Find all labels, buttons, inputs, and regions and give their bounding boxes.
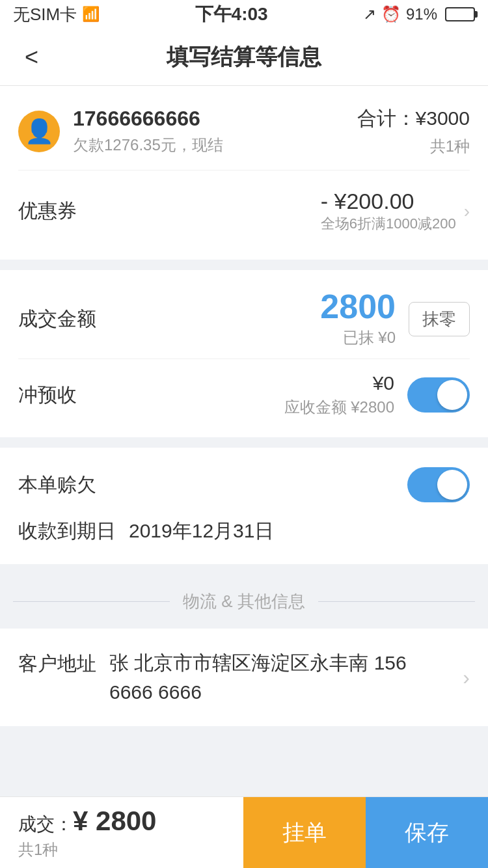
address-label: 客户地址 [18,648,96,677]
customer-left: 👤 17666666666 欠款1276.35元，现结 [18,107,223,156]
credit-toggle-knob [437,470,467,500]
prereceive-right: ¥0 应收金额 ¥2800 [284,372,470,418]
total-amount: ¥3000 [416,107,470,129]
divider [18,359,470,359]
coupon-row[interactable]: 优惠券 - ¥200.00 全场6折满1000减200 › [18,170,470,240]
battery-percentage: 91% [406,5,437,23]
save-button[interactable]: 保存 [366,797,488,869]
coupon-chevron-icon: › [464,201,470,222]
deal-total: ¥ 2800 [73,806,156,836]
deal-amount-label: 成交金额 [18,306,96,332]
customer-total: 合计：¥3000 [357,105,470,132]
coupon-right: - ¥200.00 全场6折满1000减200 › [321,189,470,234]
deal-amount-value: 2800 [320,288,396,325]
prereceive-sub: 应收金额 ¥2800 [284,397,394,418]
address-row: 客户地址 张 北京市市辖区海淀区永丰南 156 6666 6666 › [18,648,470,707]
battery-icon [445,7,475,21]
due-date-label: 收款到期日 [18,518,116,545]
page-title: 填写结算等信息 [167,42,321,72]
credit-row: 本单赊欠 [18,467,470,502]
wifi-icon: 📶 [82,6,100,23]
customer-count: 共1种 [357,136,470,157]
credit-label: 本单赊欠 [18,472,96,498]
due-date-row: 收款到期日 2019年12月31日 [18,518,470,545]
address-chevron-icon: › [463,666,470,690]
bottom-count: 共1种 [18,839,225,860]
amount-card: 成交金额 2800 已抹 ¥0 抹零 冲预收 ¥0 应收金额 ¥2800 [0,270,488,437]
prereceive-info: ¥0 应收金额 ¥2800 [284,372,394,418]
coupon-label: 优惠券 [18,198,77,224]
nav-bar: < 填写结算等信息 [0,29,488,86]
logistics-line-right [318,601,475,602]
bottom-deal-label: 成交：¥ 2800 [18,806,225,837]
content-area: 👤 17666666666 欠款1276.35元，现结 合计：¥3000 共1种… [0,86,488,868]
status-bar: 无SIM卡 📶 下午4:03 ↗ ⏰ 91% [0,0,488,29]
customer-row: 👤 17666666666 欠款1276.35元，现结 合计：¥3000 共1种 [18,105,470,157]
deal-value-container: 2800 已抹 ¥0 [320,290,396,348]
avatar: 👤 [18,111,60,152]
bottom-info: 成交：¥ 2800 共1种 [0,806,243,860]
carrier-text: 无SIM卡 [13,3,77,26]
customer-card: 👤 17666666666 欠款1276.35元，现结 合计：¥3000 共1种… [0,86,488,260]
customer-info: 17666666666 欠款1276.35元，现结 [73,107,223,156]
deal-amount-sub: 已抹 ¥0 [320,327,396,348]
toggle-knob [437,380,467,410]
customer-right: 合计：¥3000 共1种 [357,105,470,157]
prereceive-toggle[interactable] [407,377,470,413]
status-right: ↗ ⏰ 91% [363,5,475,23]
alarm-icon: ⏰ [381,5,401,23]
prereceive-amount: ¥0 [284,372,394,394]
logistics-text: 物流 & 其他信息 [183,590,305,613]
status-time: 下午4:03 [195,2,268,27]
coupon-detail: 全场6折满1000减200 [321,214,456,234]
logistics-divider: 物流 & 其他信息 [0,575,488,629]
status-left: 无SIM卡 📶 [13,3,100,26]
deal-amount-row: 成交金额 2800 已抹 ¥0 抹零 [18,290,470,348]
address-value: 张 北京市市辖区海淀区永丰南 156 6666 6666 [109,648,455,707]
bottom-bar: 成交：¥ 2800 共1种 挂单 保存 [0,796,488,868]
coupon-info: - ¥200.00 全场6折满1000减200 [321,189,456,234]
round-button[interactable]: 抹零 [409,302,470,336]
due-date-value: 2019年12月31日 [129,518,274,545]
deal-label: 成交： [18,814,73,834]
total-label: 合计： [357,107,416,129]
credit-card: 本单赊欠 收款到期日 2019年12月31日 [0,448,488,564]
credit-toggle[interactable] [407,467,470,502]
back-button[interactable]: < [18,37,45,77]
customer-phone: 17666666666 [73,107,223,131]
customer-sub: 欠款1276.35元，现结 [73,135,223,156]
avatar-person-icon: 👤 [25,118,54,145]
coupon-discount: - ¥200.00 [321,189,456,214]
prereceive-label: 冲预收 [18,382,77,409]
prereceive-row: 冲预收 ¥0 应收金额 ¥2800 [18,372,470,418]
address-card[interactable]: 客户地址 张 北京市市辖区海淀区永丰南 156 6666 6666 › [0,629,488,726]
deal-amount-right: 2800 已抹 ¥0 抹零 [320,290,470,348]
location-icon: ↗ [363,5,376,23]
logistics-line-left [13,601,170,602]
hang-button[interactable]: 挂单 [243,797,366,869]
